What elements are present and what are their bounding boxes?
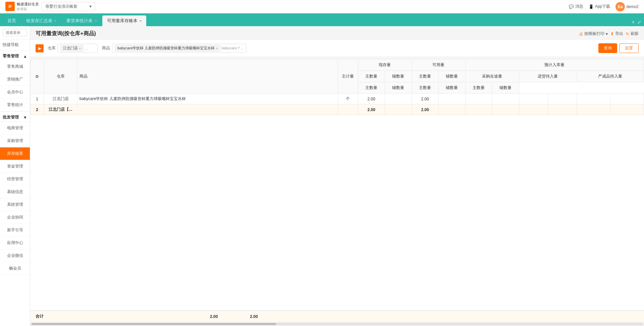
product-tag-remove[interactable]: × (216, 46, 218, 50)
sidebar-item-new-guide[interactable]: 新手引导 (0, 224, 30, 237)
sidebar-section-wholesale: 批发管理 ▼ (0, 112, 30, 122)
expand-btn[interactable]: ⤢ (637, 19, 641, 25)
sidebar-item-ecommerce-mgmt[interactable]: 电商管理 (0, 122, 30, 135)
tab-receive-send[interactable]: 收发存汇总表 × (21, 15, 61, 26)
subtotal-unit (338, 104, 358, 115)
sidebar: 快捷导航 零售管理 ▲ 零售商城 营销推广 会员中心 零售统计 批发管理 ▼ (0, 26, 30, 326)
th-gear[interactable]: ⚙ (31, 59, 44, 94)
product-tag-container[interactable]: babycare学饮杯 儿童防摔防撞吸管杯重力球吸嘴杯宝宝水杯 × babyca… (112, 44, 247, 53)
subtotal-pt-aux (492, 104, 519, 115)
sidebar-item-operations-mgmt[interactable]: 经营管理 (0, 173, 30, 186)
table-container: ⚙ 仓库 商品 主计量 现存量 可用量 预计入库量 主数量 辅数量 主数量 辅数… (30, 59, 644, 310)
header-left: 好 畅捷通好生意 标准版 母婴行业演示账套 ▾ (5, 2, 95, 11)
th-purchase-transit: 采购在途量 (465, 71, 519, 82)
sidebar-item-basic-info[interactable]: 基础信息 (0, 186, 30, 198)
sidebar-item-purchase-mgmt[interactable]: 采购管理 (0, 135, 30, 147)
th-pt-main: 主数量 (358, 82, 385, 94)
tab-available-stock[interactable]: 可用量库存账本 × (102, 15, 146, 26)
close-all-tabs-btn[interactable]: × (632, 19, 635, 25)
total-avail-main: 2.00 (250, 314, 258, 319)
sidebar-item-enterprise-wechat[interactable]: 企业微信 (0, 249, 30, 262)
sidebar-label-marketing: 营销推广 (7, 77, 23, 82)
settings-btn[interactable]: 设置 (619, 43, 639, 53)
sidebar-label-zero-retail-mgmt: 零售管理 (3, 53, 19, 59)
export-btn[interactable]: ⬆ 导出 (610, 31, 623, 37)
filter-actions: 查询 设置 (598, 43, 639, 53)
tab-available-stock-label: 可用量库存账本 (107, 18, 138, 24)
sidebar-label-retail-stats: 零售统计 (7, 102, 23, 108)
product-label: 商品 (102, 45, 110, 51)
content-area: 可用量查询(按仓库+商品) 🖨 按模板打印 ▾ ⬆ 导出 ↻ 刷新 ▶ (30, 26, 644, 326)
th-avail-aux: 辅数量 (438, 71, 465, 82)
sidebar-label-basic-info: 基础信息 (7, 189, 23, 195)
product-filter-group: 商品 babycare学饮杯 儿童防摔防撞吸管杯重力球吸嘴杯宝宝水杯 × bab… (102, 44, 247, 53)
th-pt-aux: 辅数量 (385, 82, 412, 94)
sidebar-item-system-mgmt[interactable]: 系统管理 (0, 198, 30, 211)
tab-receive-send-close[interactable]: × (54, 19, 56, 23)
sidebar-item-app-center[interactable]: 应用中心 (0, 237, 30, 249)
message-btn[interactable]: 💬 消息 (569, 4, 583, 9)
cell-inc-main (519, 94, 548, 104)
th-unit: 主计量 (338, 59, 358, 94)
top-header: 好 畅捷通好生意 标准版 母婴行业演示账套 ▾ 💬 消息 📱 App下载 Ea … (0, 0, 644, 13)
th-avail-main: 主数量 (412, 71, 438, 82)
subtotal-product (77, 104, 338, 115)
th-available-group: 可用量 (412, 59, 465, 71)
sidebar-item-quick-nav[interactable]: 快捷导航 (0, 39, 30, 51)
app-version: 标准版 (17, 7, 39, 11)
cell-avail-aux (438, 94, 465, 104)
th-incoming: 进货待入量 (519, 71, 577, 82)
total-stock-main: 2.00 (210, 314, 218, 319)
sidebar-item-vip-member[interactable]: 畅会员 (0, 262, 30, 275)
sidebar-label-operations-mgmt: 经营管理 (7, 176, 23, 182)
refresh-btn[interactable]: ↻ 刷新 (626, 31, 639, 37)
tab-order-stats[interactable]: 要货单统计表 × (62, 15, 101, 26)
cell-stock-aux (385, 94, 412, 104)
tab-home-label: 首页 (7, 18, 16, 24)
warehouse-tag-remove[interactable]: × (79, 46, 81, 50)
product-tag-babycare: babycare学饮杯 儿童防摔防撞吸管杯重力球吸嘴杯宝宝水杯 × (115, 45, 220, 51)
table-row: 1 江北门店 babycare学饮杯 儿童防摔防撞吸管杯重力球吸嘴杯宝宝水杯 个… (31, 94, 644, 104)
sidebar-label-inventory-check: 库存核算 (7, 151, 23, 156)
subtotal-inc-aux (548, 104, 577, 115)
sidebar-item-zero-retail-mall[interactable]: 零售商城 (0, 60, 30, 73)
search-menu-input[interactable] (3, 29, 27, 36)
chevron-icon-retail: ▲ (23, 54, 27, 59)
tab-available-stock-close[interactable]: × (140, 19, 142, 23)
sidebar-item-member-center[interactable]: 会员中心 (0, 86, 30, 99)
cell-fin-main (577, 94, 610, 104)
subtotal-row: 2 江北门店【... 2.00 2.00 (31, 104, 644, 115)
sidebar-section-retail: 零售管理 ▲ 零售商城 营销推广 会员中心 零售统计 (0, 51, 30, 112)
tab-order-stats-label: 要货单统计表 (66, 18, 93, 24)
warehouse-tag-container[interactable]: 江北门店 × ... (58, 44, 98, 53)
sidebar-label-app-center: 应用中心 (7, 240, 23, 246)
query-btn[interactable]: 查询 (598, 43, 617, 53)
sidebar-item-finance-mgmt[interactable]: 资金管理 (0, 160, 30, 173)
product-more[interactable]: babycare？... (222, 46, 244, 51)
industry-selector[interactable]: 母婴行业演示账套 ▾ (42, 2, 95, 11)
user-area[interactable]: Ea demo2 (615, 2, 639, 11)
scrollbar-track (32, 323, 643, 325)
tab-home[interactable]: 首页 (3, 15, 21, 26)
product-tag-text: babycare学饮杯 儿童防摔防撞吸管杯重力球吸嘴杯宝宝水杯 (117, 46, 215, 51)
sidebar-item-wholesale-mgmt[interactable]: 批发管理 ▼ (0, 112, 30, 122)
tab-order-stats-close[interactable]: × (95, 19, 97, 23)
sidebar-item-zero-retail-mgmt[interactable]: 零售管理 ▲ (0, 51, 30, 60)
filter-toggle-btn[interactable]: ▶ (36, 44, 44, 52)
app-download-btn[interactable]: 📱 App下载 (589, 4, 610, 9)
sidebar-label-wholesale-mgmt: 批发管理 (3, 114, 19, 120)
sidebar-item-inventory-check[interactable]: 库存核算 (0, 147, 30, 160)
sidebar-item-retail-stats[interactable]: 零售统计 (0, 99, 30, 111)
total-label: 合计 (36, 314, 44, 319)
chevron-icon-wholesale: ▼ (23, 115, 27, 120)
dropdown-icon: ▾ (90, 4, 92, 9)
sidebar-item-enterprise-collab[interactable]: 企业协同 (0, 211, 30, 224)
scrollbar-thumb[interactable] (32, 323, 276, 325)
horizontal-scrollbar[interactable] (30, 322, 644, 326)
warehouse-more[interactable]: ... (85, 46, 88, 50)
tab-receive-send-label: 收发存汇总表 (26, 18, 52, 24)
sidebar-item-marketing[interactable]: 营销推广 (0, 73, 30, 86)
template-print-btn[interactable]: 🖨 按模板打印 ▾ (579, 31, 608, 37)
subtotal-stock-main: 2.00 (358, 104, 385, 115)
th-fin-aux: 辅数量 (492, 82, 519, 94)
